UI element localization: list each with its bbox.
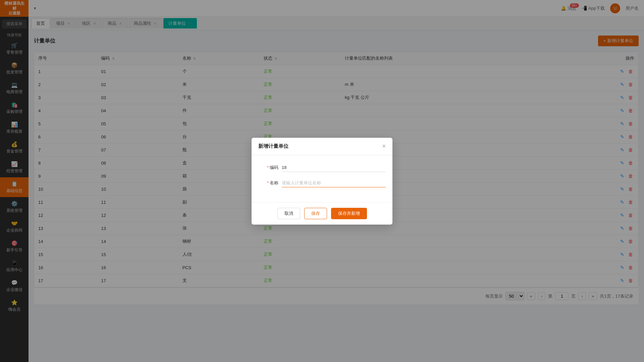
modal-close-button[interactable]: × [382, 143, 386, 149]
modal-body: *编码 *名称 [252, 155, 392, 202]
code-field-row: *编码 [258, 163, 386, 172]
add-unit-modal: 新增计量单位 × *编码 *名称 取消 保存 保存并新增 [252, 138, 392, 225]
name-label: *名称 [258, 180, 278, 186]
modal-overlay[interactable]: 新增计量单位 × *编码 *名称 取消 保存 保存并新增 [0, 0, 644, 362]
modal-footer: 取消 保存 保存并新增 [252, 202, 392, 225]
code-label: *编码 [258, 165, 278, 171]
save-button[interactable]: 保存 [304, 208, 327, 219]
code-required-mark: * [267, 165, 269, 170]
name-required-mark: * [267, 180, 269, 185]
name-field-row: *名称 [258, 179, 386, 187]
modal-header: 新增计量单位 × [252, 138, 392, 155]
modal-title: 新增计量单位 [258, 143, 288, 149]
save-and-new-button[interactable]: 保存并新增 [331, 208, 367, 219]
cancel-button[interactable]: 取消 [277, 208, 300, 219]
code-input[interactable] [282, 163, 386, 172]
name-input[interactable] [282, 179, 386, 187]
